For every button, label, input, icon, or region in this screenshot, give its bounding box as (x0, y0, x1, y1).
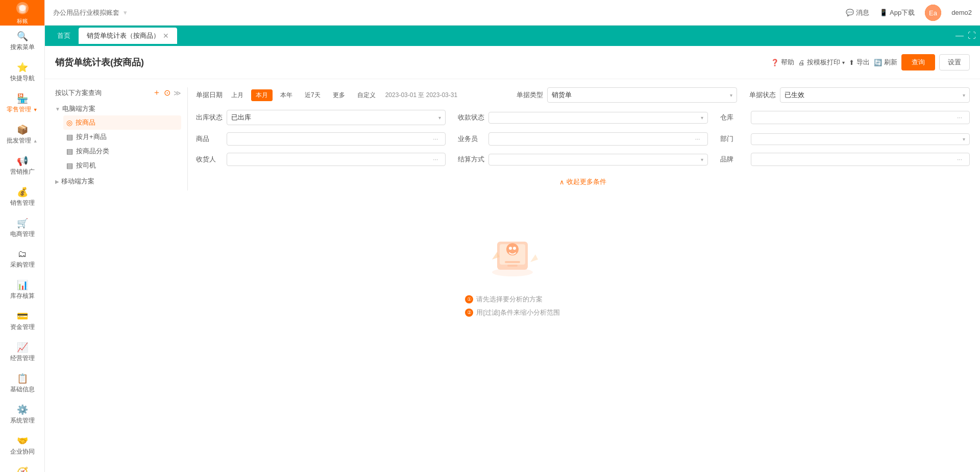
logo[interactable]: 标账 (0, 0, 44, 26)
sidebar-item-search[interactable]: 🔍 搜索菜单 (0, 26, 44, 57)
operations-icon: 📈 (2, 342, 42, 353)
query-layout: 按以下方案查询 ＋ ⊙ ≫ ▼ 电脑端方案 (55, 87, 970, 191)
product-select[interactable]: ··· (227, 132, 446, 146)
print-dropdown-arrow[interactable]: ▾ (842, 60, 845, 65)
settings-button[interactable]: 设置 (939, 54, 970, 70)
date-btn-7-days[interactable]: 近7天 (300, 89, 325, 101)
sidebar-item-system[interactable]: ⚙️ 系统管理 (0, 399, 44, 430)
sidebar-item-sales[interactable]: 💰 销售管理 (0, 181, 44, 213)
tab-maximize-button[interactable]: ⛶ (968, 31, 976, 40)
sidebar-item-newbie[interactable]: 🧭 新手引导 (0, 461, 44, 472)
tree-group-desktop-header[interactable]: ▼ 电脑端方案 (55, 102, 181, 115)
scheme-header: 按以下方案查询 ＋ ⊙ ≫ (55, 87, 181, 98)
filter-panel: 单据日期 上月 本月 本年 近7天 更多 自定义 2023-03-01 至 20… (188, 87, 970, 191)
sidebar-item-basic[interactable]: 📋 基础信息 (0, 368, 44, 399)
product-more-icon[interactable]: ··· (430, 135, 441, 143)
messages-button[interactable]: 💬 消息 (846, 8, 869, 17)
doc-status-select[interactable]: 已生效 ▾ (780, 87, 970, 103)
basic-icon: 📋 (2, 373, 42, 384)
industry-selector[interactable]: 办公用品行业模拟账套 (53, 8, 119, 17)
tab-minimize-button[interactable]: — (955, 31, 964, 40)
sidebar-item-quick-nav[interactable]: ⭐ 快捷导航 (0, 57, 44, 88)
sidebar-item-operations[interactable]: 📈 经营管理 (0, 337, 44, 368)
sidebar-item-cooperation[interactable]: 🤝 企业协同 (0, 430, 44, 461)
brand-more-icon[interactable]: ··· (954, 156, 965, 163)
date-btn-custom[interactable]: 自定义 (353, 89, 380, 101)
filter-row-3: 商品 ··· 业务员 ··· (196, 132, 970, 146)
department-select[interactable]: ▾ (751, 133, 970, 145)
sidebar-item-wholesale[interactable]: 📦 批发管理 ▲ (0, 119, 44, 150)
filter-field-out-status: 出库状态 已出库 ▾ (196, 110, 446, 125)
header-left: 办公用品行业模拟账套 ▾ (53, 8, 127, 17)
payment-label: 结算方式 (458, 155, 488, 164)
refresh-button[interactable]: 🔄 刷新 (874, 58, 897, 67)
query-button[interactable]: 查询 (901, 54, 935, 70)
receiver-label: 收货人 (196, 155, 227, 164)
sidebar-item-purchase[interactable]: 🗂 采购管理 (0, 244, 44, 274)
print-button[interactable]: 🖨 按模板打印 ▾ (798, 58, 845, 67)
page-title-row: 销货单统计表(按商品) ❓ 帮助 🖨 按模板打印 ▾ ⬆ 导出 (55, 54, 970, 70)
date-btn-more[interactable]: 更多 (328, 89, 350, 101)
filter-field-doc-status: 单据状态 已生效 ▾ (749, 87, 970, 103)
warehouse-more-icon[interactable]: ··· (954, 114, 965, 121)
filter-field-salesperson: 业务员 ··· (458, 132, 707, 146)
salesperson-select[interactable]: ··· (488, 132, 707, 146)
salesperson-label: 业务员 (458, 134, 488, 144)
sidebar-item-ecommerce[interactable]: 🛒 电商管理 (0, 213, 44, 244)
app-download-button[interactable]: 📱 App下载 (879, 8, 915, 17)
user-avatar[interactable] (925, 5, 941, 21)
search-icon: 🔍 (2, 31, 42, 42)
sidebar-item-marketing[interactable]: 📢 营销推广 (0, 150, 44, 181)
date-btn-this-year[interactable]: 本年 (276, 89, 297, 101)
logo-text: 标账 (17, 17, 28, 25)
filter-row-2: 出库状态 已出库 ▾ 收款状态 ▾ (196, 110, 970, 125)
tree-item-by-category[interactable]: ▤ 按商品分类 (63, 144, 181, 158)
out-status-select[interactable]: 已出库 ▾ (227, 110, 446, 125)
sidebar-item-inventory[interactable]: 📊 库存核算 (0, 274, 44, 305)
tree-group-mobile-header[interactable]: ▶ 移动端方案 (55, 175, 181, 188)
payment-select[interactable]: ▾ (488, 154, 707, 166)
receipt-status-select[interactable]: ▾ (488, 112, 707, 124)
warehouse-select[interactable]: ··· (751, 111, 970, 124)
scheme-copy-icon[interactable]: ⊙ (164, 88, 170, 98)
department-label: 部门 (720, 134, 751, 144)
help-button[interactable]: ❓ 帮助 (771, 58, 794, 67)
filter-field-receipt-status: 收款状态 ▾ (458, 112, 707, 124)
svg-rect-9 (507, 265, 518, 267)
date-btn-this-month[interactable]: 本月 (251, 89, 273, 101)
wholesale-icon: 📦 (2, 124, 42, 135)
svg-rect-8 (505, 261, 520, 263)
receiver-more-icon[interactable]: ··· (430, 156, 441, 163)
brand-select[interactable]: ··· (751, 153, 970, 166)
title-divider (45, 79, 980, 79)
collapse-button[interactable]: ∧ 收起更多条件 (559, 177, 606, 186)
doc-type-label: 单据类型 (517, 90, 547, 100)
industry-dropdown-arrow[interactable]: ▾ (124, 9, 127, 16)
out-status-dropdown-arrow: ▾ (438, 115, 441, 121)
date-btn-last-month[interactable]: 上月 (227, 89, 248, 101)
refresh-icon: 🔄 (874, 59, 882, 66)
tab-close-icon[interactable]: ✕ (163, 32, 169, 40)
out-status-value: 已出库 (231, 113, 436, 122)
scheme-collapse-icon[interactable]: ≫ (174, 89, 181, 97)
tree-item-by-month-product[interactable]: ▤ 按月+商品 (63, 130, 181, 144)
receiver-select[interactable]: ··· (227, 153, 446, 166)
empty-tips: ① 请先选择要分析的方案 ② 用[过滤]条件来缩小分析范围 (465, 293, 559, 319)
tab-home[interactable]: 首页 (49, 28, 79, 44)
scheme-tree: ▼ 电脑端方案 ◎ 按商品 ▤ 按月+商品 (55, 102, 181, 188)
collapse-arrow-icon: ∧ (559, 178, 565, 186)
tree-item-by-scanner[interactable]: ▤ 按司机 (63, 158, 181, 173)
tab-report[interactable]: 销货单统计表（按商品） ✕ (79, 28, 177, 44)
username-label[interactable]: demo2 (951, 9, 972, 16)
collapse-row: ∧ 收起更多条件 (196, 173, 970, 191)
sidebar-item-finance[interactable]: 💳 资金管理 (0, 305, 44, 337)
tree-item-by-product[interactable]: ◎ 按商品 (63, 115, 181, 130)
filter-field-date: 单据日期 上月 本月 本年 近7天 更多 自定义 2023-03-01 至 20… (196, 89, 504, 101)
scheme-add-icon[interactable]: ＋ (153, 87, 161, 98)
date-label: 单据日期 (196, 90, 227, 100)
doc-type-select[interactable]: 销货单 ▾ (547, 87, 737, 103)
salesperson-more-icon[interactable]: ··· (692, 135, 703, 143)
export-button[interactable]: ⬆ 导出 (849, 58, 870, 67)
sidebar-item-retail[interactable]: 🏪 零售管理 ▼ (0, 88, 44, 119)
tip-2-text: 用[过滤]条件来缩小分析范围 (476, 306, 559, 319)
